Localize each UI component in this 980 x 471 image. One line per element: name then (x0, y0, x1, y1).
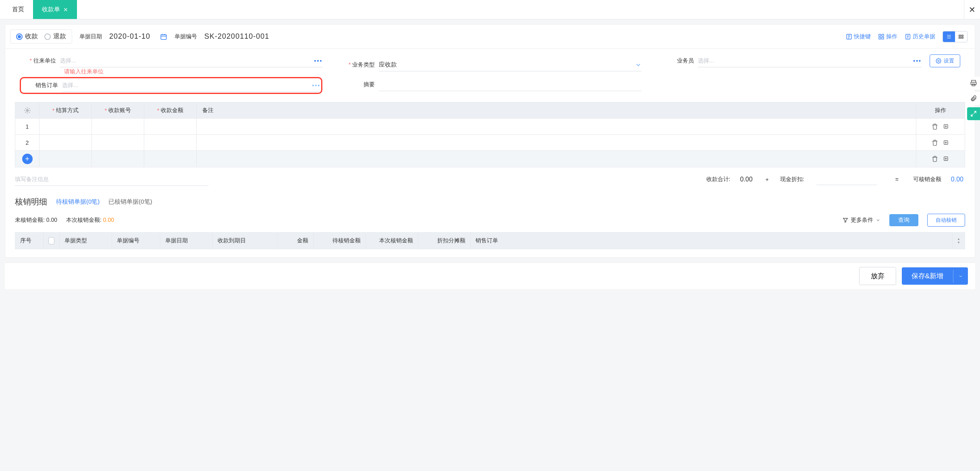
verify-controls: 未核销金额: 0.00 本次核销金额: 0.00 更多条件 查询 自动核销 (5, 210, 975, 232)
delete-row-button[interactable] (932, 140, 938, 146)
radio-receive[interactable]: 收款 (16, 32, 38, 41)
cell-method[interactable] (39, 119, 92, 134)
svg-rect-10 (961, 37, 963, 38)
col-checkbox[interactable] (44, 233, 60, 249)
more-icon[interactable]: ••• (913, 58, 922, 64)
add-row-button[interactable]: + (22, 154, 33, 164)
cancel-button[interactable]: 放弃 (859, 267, 896, 285)
auto-verify-button[interactable]: 自动核销 (927, 214, 965, 227)
sales-order-input[interactable]: 选择... ••• (62, 79, 320, 92)
radio-icon (44, 33, 51, 40)
biztype-select[interactable]: 应收款 (379, 58, 641, 71)
more-icon[interactable]: ••• (314, 58, 323, 64)
copy-row-button[interactable] (943, 140, 949, 146)
query-button[interactable]: 查询 (889, 214, 918, 226)
verifiable-label: 可核销金额 (913, 176, 941, 183)
summary-label: 摘要 (363, 81, 375, 88)
delete-row-button[interactable] (932, 123, 938, 130)
partner-label: 往来单位 (33, 57, 56, 64)
clerk-input[interactable]: 选择... ••• (698, 54, 922, 67)
clerk-field: 业务员 选择... ••• (658, 54, 922, 67)
svg-rect-7 (959, 35, 961, 36)
svg-point-11 (938, 60, 939, 62)
tab-home[interactable]: 首页 (3, 0, 33, 19)
col-no: 单据编号 (112, 233, 160, 249)
partner-field: *往来单位 选择... ••• (20, 54, 322, 67)
discount-label: 现金折扣: (780, 176, 804, 183)
col-sales: 销售订单 (471, 233, 953, 249)
equals-sign: = (895, 176, 899, 183)
more-conditions-button[interactable]: 更多条件 (843, 217, 880, 224)
partner-input[interactable]: 选择... ••• (60, 54, 322, 67)
calendar-icon[interactable] (160, 33, 167, 40)
operate-button[interactable]: 操作 (878, 33, 897, 40)
row-index: 2 (15, 135, 39, 150)
sort-button[interactable]: ▲▼ (953, 233, 965, 249)
unver-label: 未核销金额: (15, 217, 45, 223)
col-due: 收款到期日 (213, 233, 277, 249)
form-grid: *往来单位 选择... ••• 请输入往来单位 *业务类型 应收款 (5, 49, 975, 96)
col-method: 结算方式 (56, 107, 79, 114)
close-all-tabs-button[interactable]: ✕ (964, 0, 980, 19)
tab-receipt-label: 收款单 (42, 6, 60, 13)
unver-value: 0.00 (46, 217, 57, 223)
right-rail (967, 77, 980, 120)
radio-icon (16, 33, 23, 40)
table-settings-button[interactable] (15, 102, 39, 118)
verify-table: 序号 单据类型 单据编号 单据日期 收款到期日 金额 待核销金额 本次核销金额 … (15, 232, 965, 249)
remark-input[interactable]: 填写备注信息 (15, 173, 208, 186)
settings-button[interactable]: 设置 (930, 54, 960, 67)
delete-row-button[interactable] (932, 156, 938, 162)
cell-account[interactable] (92, 119, 144, 134)
copy-row-button[interactable] (943, 123, 949, 130)
verify-tab-done[interactable]: 已核销单据(0笔) (108, 198, 152, 206)
col-index: 序号 (15, 233, 44, 249)
operate-label: 操作 (886, 33, 897, 40)
this-ver-label: 本次核销金额: (66, 217, 102, 223)
discount-input[interactable] (816, 174, 877, 185)
receipt-card: 收款 退款 单据日期 2020-01-10 单据编号 SK-20200110-0… (5, 24, 975, 258)
cell-note[interactable] (197, 119, 916, 134)
view-card-button[interactable] (955, 31, 967, 42)
sales-order-highlight: 销售订单 选择... ••• (20, 77, 322, 94)
svg-rect-0 (161, 34, 166, 39)
header-row: 收款 退款 单据日期 2020-01-10 单据编号 SK-20200110-0… (5, 25, 975, 49)
svg-rect-9 (959, 37, 961, 38)
doc-no-label: 单据编号 (174, 33, 197, 40)
more-icon[interactable]: ••• (312, 82, 321, 89)
verify-section-header: 核销明细 待核销单据(0笔) 已核销单据(0笔) (5, 186, 975, 210)
cell-note[interactable] (197, 135, 916, 150)
placeholder-text: 选择... (62, 82, 78, 89)
col-amount: 金额 (277, 233, 314, 249)
view-list-button[interactable] (943, 31, 955, 42)
more-cond-label: 更多条件 (851, 217, 873, 224)
radio-refund[interactable]: 退款 (44, 32, 66, 41)
verify-tab-pending[interactable]: 待核销单据(0笔) (56, 198, 100, 206)
table-row: 1 (15, 119, 965, 135)
partner-error: 请输入往来单位 (64, 68, 322, 75)
footer-bar: 放弃 保存&新增 (5, 263, 975, 289)
shortcut-button[interactable]: 快捷键 (846, 33, 871, 40)
rail-expand-button[interactable] (967, 107, 980, 120)
remark-placeholder: 填写备注信息 (15, 176, 49, 183)
checkbox-icon (48, 237, 54, 244)
cell-method[interactable] (39, 135, 92, 150)
rail-attach-button[interactable] (967, 92, 980, 105)
radio-receive-label: 收款 (25, 32, 38, 41)
biztype-label: 业务类型 (352, 61, 375, 68)
biztype-value: 应收款 (379, 61, 397, 69)
copy-row-button[interactable] (943, 156, 949, 162)
tab-receipt[interactable]: 收款单 ✕ (33, 0, 77, 19)
cell-account[interactable] (92, 135, 144, 150)
sales-order-field: 销售订单 选择... ••• (22, 79, 320, 92)
save-button[interactable]: 保存&新增 (902, 267, 968, 285)
save-dropdown-icon[interactable] (953, 270, 968, 283)
summary-input[interactable] (379, 78, 641, 91)
col-note: 备注 (202, 107, 214, 114)
cell-amount[interactable] (144, 135, 197, 150)
close-icon[interactable]: ✕ (63, 6, 68, 13)
cell-amount[interactable] (144, 119, 197, 134)
date-value[interactable]: 2020-01-10 (109, 32, 150, 41)
history-button[interactable]: 历史单据 (905, 33, 935, 40)
rail-print-button[interactable] (967, 77, 980, 90)
